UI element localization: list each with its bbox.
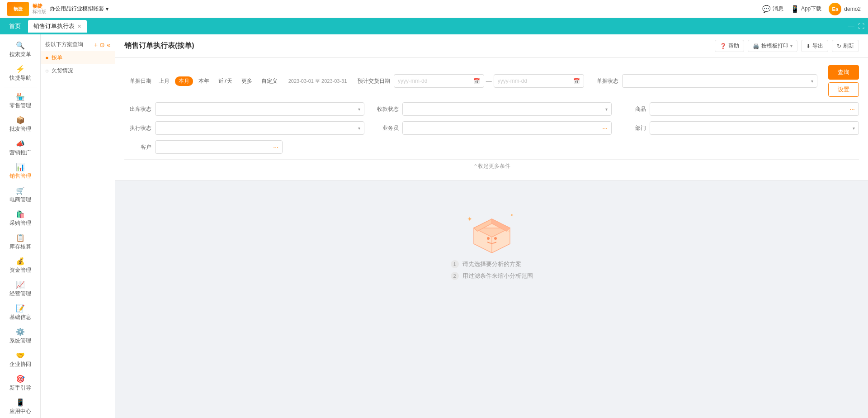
breadcrumb-arrow: ▾: [106, 6, 108, 12]
help-btn[interactable]: ❓ 帮助: [715, 40, 744, 52]
sidebar-item-app-center[interactable]: 📱 应用中心: [0, 395, 40, 418]
date-tag-last-month[interactable]: 上月: [155, 76, 173, 86]
tab-minimize-icon[interactable]: —: [848, 23, 854, 30]
sidebar-item-wholesale[interactable]: 📦 批发管理: [0, 113, 40, 136]
scheme-item-按单[interactable]: ● 按单: [41, 51, 115, 64]
page-content: 销售订单执行表(按单) ❓ 帮助 🖨️ 按模板打印 ▾ ⬇ 导出: [115, 34, 868, 418]
receipt-status-arrow: ▾: [605, 107, 608, 112]
ecommerce-icon: 🛒: [16, 186, 25, 195]
query-button[interactable]: 查询: [828, 65, 859, 80]
order-status-arrow: ▾: [811, 79, 813, 84]
tab-close-icon[interactable]: ✕: [77, 24, 81, 29]
app-center-icon: 📱: [16, 398, 25, 407]
sidebar-item-label: 资金管理: [9, 266, 31, 274]
date-tag-custom[interactable]: 自定义: [258, 76, 281, 86]
sys-icon: ⚙️: [16, 328, 25, 336]
sidebar-item-sales[interactable]: 📊 销售管理: [0, 160, 40, 183]
date-tag-last-7days[interactable]: 近7天: [215, 76, 236, 86]
tab-sales-order-label: 销售订单执行表: [33, 22, 75, 30]
date-tag-this-year[interactable]: 本年: [195, 76, 213, 86]
goods-dots-icon[interactable]: ···: [849, 105, 855, 113]
salesman-dots-icon[interactable]: ···: [602, 124, 608, 132]
sidebar-item-purchase[interactable]: 🛍️ 采购管理: [0, 207, 40, 230]
date-filter-group: 单据日期 上月 本月 本年 近7天 更多 自定义 2023-03-01 至 20…: [124, 76, 350, 86]
scheme-item-欠货情况[interactable]: ○ 欠货情况: [41, 64, 115, 77]
copy-scheme-btn[interactable]: ⊙: [99, 41, 105, 48]
sales-icon: 📊: [16, 163, 25, 171]
add-scheme-btn[interactable]: +: [94, 41, 98, 48]
sidebar-item-retail[interactable]: 🏪 零售管理: [0, 89, 40, 113]
inventory-icon: 📋: [16, 233, 25, 242]
goods-input[interactable]: ···: [650, 102, 859, 116]
page-header-actions: ❓ 帮助 🖨️ 按模板打印 ▾ ⬇ 导出 ↻ 刷新: [715, 40, 859, 52]
predict-date-label: 预计交货日期: [358, 77, 390, 85]
predict-date-end-input[interactable]: yyyy-mm-dd 📅: [494, 74, 584, 88]
sidebar-item-search-menu[interactable]: 🔍 搜索菜单: [0, 38, 40, 62]
date-tag-more[interactable]: 更多: [238, 76, 256, 86]
receipt-status-select[interactable]: ▾: [402, 102, 612, 116]
sidebar-item-basic[interactable]: 📝 基础信息: [0, 301, 40, 324]
sidebar-item-label: 电商管理: [9, 196, 31, 204]
tab-home[interactable]: 首页: [4, 20, 26, 33]
sidebar-item-label: 系统管理: [9, 337, 31, 345]
scheme-panel-actions: + ⊙ «: [94, 41, 110, 48]
ops-icon: 📈: [16, 280, 25, 289]
predict-date-start-input[interactable]: yyyy-mm-dd 📅: [394, 74, 484, 88]
settings-button[interactable]: 设置: [828, 82, 859, 97]
app-download-btn[interactable]: 📱 App下载: [791, 5, 821, 13]
sidebar-item-finance[interactable]: 💰 资金管理: [0, 254, 40, 277]
customer-dots-icon[interactable]: ···: [273, 143, 278, 151]
header-left: 畅捷 畅捷 标准版 办公用品行业模拟账套 ▾: [7, 2, 108, 16]
sidebar-item-label: 批发管理: [9, 125, 31, 133]
sidebar-item-quick-nav[interactable]: ⚡ 快捷导航: [0, 62, 40, 85]
exec-status-select[interactable]: ▾: [155, 121, 364, 135]
dept-select[interactable]: ▾: [650, 121, 859, 135]
order-status-select[interactable]: ▾: [622, 74, 818, 88]
salesman-group: 业务员 ···: [372, 121, 612, 135]
exec-status-group: 执行状态 ▾: [124, 121, 364, 135]
filter-row-2: 出库状态 ▾ 收款状态 ▾ 商品: [124, 102, 859, 116]
left-scheme-panel: 按以下方案查询 + ⊙ « ● 按单 ○ 欠货情况: [41, 34, 115, 418]
order-status-group: 单据状态 ▾: [591, 74, 818, 88]
salesman-input[interactable]: ···: [402, 121, 612, 135]
avatar: Ea: [829, 3, 841, 15]
svg-text:✦: ✦: [467, 215, 472, 223]
sidebar-item-ops[interactable]: 📈 经营管理: [0, 277, 40, 301]
sidebar-item-marketing[interactable]: 📣 营销推广: [0, 136, 40, 160]
collapse-scheme-btn[interactable]: «: [107, 41, 110, 48]
breadcrumb-dropdown[interactable]: 办公用品行业模拟账套 ▾: [50, 5, 108, 13]
basic-icon: 📝: [16, 304, 25, 313]
tip-num-1: 1: [451, 260, 459, 268]
main-layout: 🔍 搜索菜单 ⚡ 快捷导航 🏪 零售管理 📦 批发管理 📣 营销推广 📊 销售管…: [0, 34, 868, 418]
sidebar-item-label: 搜索菜单: [9, 51, 31, 58]
print-btn[interactable]: 🖨️ 按模板打印 ▾: [748, 40, 797, 52]
new-guide-icon: 🎯: [16, 375, 25, 383]
date-separator: —: [486, 78, 492, 85]
tab-sales-order[interactable]: 销售订单执行表 ✕: [28, 20, 87, 33]
message-btn[interactable]: 💬 消息: [762, 5, 783, 13]
collapse-filters-btn[interactable]: ⌃ 收起更多条件: [124, 159, 859, 173]
sidebar-item-label: 营销推广: [9, 149, 31, 157]
sidebar-item-inventory[interactable]: 📋 库存核算: [0, 230, 40, 254]
empty-tips: 1 请先选择要分析的方案 2 用过滤条件来缩小分析范围: [451, 260, 533, 280]
scheme-inactive-icon: ○: [45, 67, 49, 74]
refresh-btn[interactable]: ↻ 刷新: [832, 40, 859, 52]
out-status-select[interactable]: ▾: [155, 102, 364, 116]
filter-panel: 单据日期 上月 本月 本年 近7天 更多 自定义 2023-03-01 至 20…: [115, 58, 868, 180]
sidebar-item-sys[interactable]: ⚙️ 系统管理: [0, 324, 40, 348]
top-header: 畅捷 畅捷 标准版 办公用品行业模拟账套 ▾ 💬 消息 📱 App下载 Ea d…: [0, 0, 868, 18]
sidebar-item-ecommerce[interactable]: 🛒 电商管理: [0, 183, 40, 207]
svg-text:✦: ✦: [508, 229, 511, 233]
tab-maximize-icon[interactable]: ⛶: [858, 23, 864, 30]
sidebar-item-enterprise-coop[interactable]: 🤝 企业协同: [0, 348, 40, 371]
sidebar-item-new-guide[interactable]: 🎯 新手引导: [0, 371, 40, 395]
customer-input[interactable]: ···: [155, 140, 283, 154]
export-btn[interactable]: ⬇ 导出: [801, 40, 828, 52]
enterprise-coop-icon: 🤝: [16, 351, 25, 360]
goods-label: 商品: [619, 105, 646, 113]
sidebar-item-label: 企业协同: [9, 361, 31, 368]
scheme-item-label: 欠货情况: [52, 67, 73, 75]
date-tag-this-month[interactable]: 本月: [175, 76, 193, 86]
user-profile[interactable]: Ea demo2: [829, 3, 861, 15]
svg-point-6: [494, 237, 497, 240]
